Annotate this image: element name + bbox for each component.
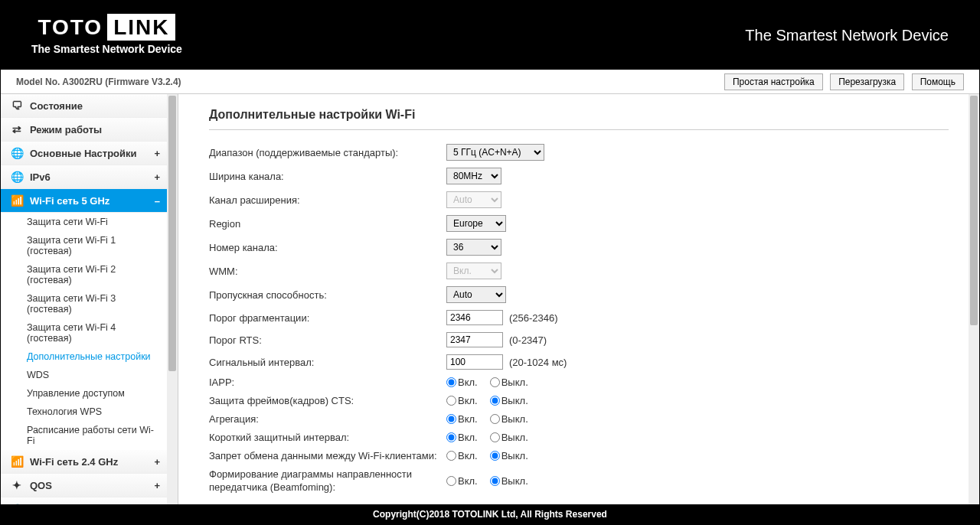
expand-icon: + — [154, 480, 160, 491]
isolate-label: Запрет обмена данными между Wi-Fi-клиент… — [209, 450, 446, 461]
iapp-on[interactable]: Вкл. — [446, 377, 478, 388]
menu-opmode-label: Режим работы — [30, 124, 102, 135]
cts-off[interactable]: Выкл. — [490, 395, 528, 406]
brand-name-1: TOTO — [38, 15, 103, 39]
channel-select[interactable]: 36 — [446, 239, 501, 256]
status-icon: 🗨 — [10, 99, 24, 112]
menu-ipv6[interactable]: 🌐IPv6+ — [1, 165, 168, 189]
region-select[interactable]: Europe — [446, 215, 506, 232]
beacon-input[interactable] — [446, 354, 503, 370]
isolate-on[interactable]: Вкл. — [446, 450, 478, 461]
menu-status-label: Состояние — [30, 100, 83, 112]
iapp-off[interactable]: Выкл. — [490, 377, 528, 388]
topbar: Model No. A3002RU (Firmware V3.2.4) Прос… — [1, 70, 979, 94]
iapp-label: IAPP: — [209, 377, 446, 388]
content: Дополнительные настройки Wi-Fi Диапазон … — [178, 94, 979, 504]
globe-icon: 🌐 — [10, 171, 24, 183]
sub-wps[interactable]: Технология WPS — [1, 403, 168, 421]
menu-status[interactable]: 🗨Состояние — [1, 94, 168, 118]
wifi-icon: 📶 — [10, 455, 24, 468]
cts-on[interactable]: Вкл. — [446, 395, 478, 406]
logo-block: TOTOLINK The Smartest Network Device — [31, 15, 182, 55]
beamform-off[interactable]: Выкл. — [490, 475, 528, 487]
channel-label: Номер канала: — [209, 242, 446, 253]
beacon-hint: (20-1024 мс) — [509, 357, 567, 368]
page-title: Дополнительные настройки Wi-Fi — [209, 108, 949, 130]
sub-security[interactable]: Защита сети Wi-Fi — [1, 213, 168, 231]
expand-icon: + — [154, 456, 160, 468]
menu-basic[interactable]: 🌐Основные Настройки+ — [1, 142, 168, 165]
menu-firewall[interactable]: 🔒Межсетевой экран+ — [1, 497, 168, 504]
wifi-icon: 📶 — [10, 194, 24, 207]
reboot-button[interactable]: Перезагрузка — [830, 73, 904, 90]
menu-qos[interactable]: ✦QOS+ — [1, 474, 168, 497]
menu-basic-label: Основные Настройки — [30, 148, 137, 159]
sgi-label: Короткий защитный интервал: — [209, 432, 446, 443]
brand-logo: TOTOLINK — [38, 15, 175, 40]
top-buttons: Простая настройка Перезагрузка Помощь — [720, 73, 964, 90]
opmode-icon: ⇄ — [10, 123, 24, 135]
beamform-on[interactable]: Вкл. — [446, 475, 478, 487]
wmm-select: Вкл. — [446, 262, 501, 279]
menu-wifi24[interactable]: 📶Wi-Fi сеть 2.4 GHz+ — [1, 450, 168, 474]
aggr-label: Агрегация: — [209, 413, 446, 425]
menu-wifi5[interactable]: 📶Wi-Fi сеть 5 GHz– — [1, 189, 168, 213]
ext-channel-select: Auto — [446, 191, 501, 208]
sidebar-scrollbar[interactable] — [167, 94, 178, 504]
frag-label: Порог фрагментации: — [209, 312, 446, 324]
region-label: Region — [209, 218, 446, 230]
brand-slogan: The Smartest Network Device — [745, 27, 949, 44]
menu-opmode[interactable]: ⇄Режим работы — [1, 118, 168, 142]
sub-advanced[interactable]: Дополнительные настройки — [1, 347, 168, 366]
header: TOTOLINK The Smartest Network Device The… — [1, 1, 979, 70]
aggr-on[interactable]: Вкл. — [446, 413, 478, 425]
band-label: Диапазон (поддерживаемые стандарты): — [209, 147, 446, 158]
wmm-label: WMM: — [209, 266, 446, 277]
sub-guest4[interactable]: Защита сети Wi-Fi 4 (гостевая) — [1, 318, 168, 347]
menu-wifi5-label: Wi-Fi сеть 5 GHz — [30, 195, 109, 207]
sub-schedule[interactable]: Расписание работы сети Wi-Fi — [1, 421, 168, 450]
ext-channel-label: Канал расширения: — [209, 194, 446, 206]
menu-ipv6-label: IPv6 — [30, 171, 51, 183]
sub-access[interactable]: Управление доступом — [1, 384, 168, 403]
brand-sub: The Smartest Network Device — [31, 43, 182, 55]
rts-label: Порог RTS: — [209, 334, 446, 346]
sub-guest2[interactable]: Защита сети Wi-Fi 2 (гостевая) — [1, 260, 168, 289]
brand-name-2: LINK — [107, 14, 175, 41]
channel-width-select[interactable]: 80MHz — [446, 168, 501, 184]
rts-input[interactable] — [446, 332, 503, 347]
beacon-label: Сигнальный интервал: — [209, 357, 446, 368]
channel-width-label: Ширина канала: — [209, 171, 446, 182]
band-select[interactable]: 5 ГГц (AC+N+A) — [446, 144, 544, 161]
sub-guest1[interactable]: Защита сети Wi-Fi 1 (гостевая) — [1, 231, 168, 260]
isolate-off[interactable]: Выкл. — [490, 450, 528, 461]
aggr-off[interactable]: Выкл. — [490, 413, 528, 425]
expand-icon: + — [154, 504, 160, 505]
lock-icon: 🔒 — [10, 503, 24, 504]
collapse-icon: – — [155, 195, 160, 207]
rts-hint: (0-2347) — [509, 334, 547, 346]
sub-guest3[interactable]: Защита сети Wi-Fi 3 (гостевая) — [1, 289, 168, 318]
datarate-select[interactable]: Auto — [446, 286, 506, 303]
help-button[interactable]: Помощь — [912, 73, 964, 90]
menu-firewall-label: Межсетевой экран — [30, 504, 121, 505]
content-scrollbar[interactable] — [969, 94, 979, 504]
content-scroll-thumb[interactable] — [970, 96, 978, 325]
frag-input[interactable] — [446, 310, 503, 325]
model-label: Model No. A3002RU (Firmware V3.2.4) — [16, 77, 181, 87]
sgi-off[interactable]: Выкл. — [490, 432, 528, 443]
beamform-label: Формирование диаграммы направленности пе… — [209, 468, 446, 494]
expand-icon: + — [154, 148, 160, 159]
sgi-on[interactable]: Вкл. — [446, 432, 478, 443]
datarate-label: Пропускная способность: — [209, 289, 446, 301]
cts-label: Защита фреймов(кадров) CTS: — [209, 395, 446, 406]
globe-icon: 🌐 — [10, 147, 24, 159]
sidebar-scroll-thumb[interactable] — [168, 96, 176, 371]
qos-icon: ✦ — [10, 479, 24, 491]
sub-wds[interactable]: WDS — [1, 366, 168, 384]
sidebar: 🗨Состояние ⇄Режим работы 🌐Основные Настр… — [1, 94, 178, 504]
footer: Copyright(C)2018 TOTOLINK Ltd, All Right… — [1, 504, 979, 524]
menu-wifi24-label: Wi-Fi сеть 2.4 GHz — [30, 456, 118, 468]
simple-setup-button[interactable]: Простая настройка — [724, 73, 823, 90]
frag-hint: (256-2346) — [509, 312, 558, 324]
